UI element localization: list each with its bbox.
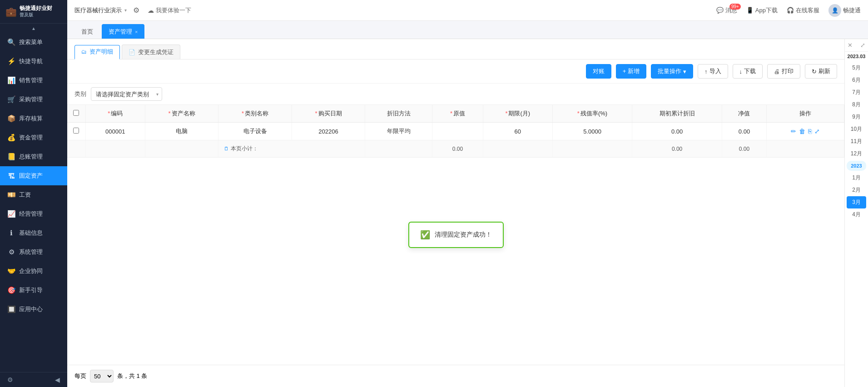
experience-btn[interactable]: ☁ 我要体验一下 [148, 6, 191, 15]
timeline-item-2023[interactable]: 2023 [847, 161, 866, 171]
notifications-btn[interactable]: 💬 消息 99+ [716, 6, 737, 15]
sidebar-icon-general_ledger: 📒 [7, 153, 15, 161]
sidebar-item-guide[interactable]: 🎯新手引导 [0, 281, 67, 300]
delete-icon[interactable]: 🗑 [799, 128, 805, 135]
sidebar-item-purchase[interactable]: 🛒采购管理 [0, 90, 67, 109]
sub-tab-change-voucher-label: 变更生成凭证 [138, 48, 174, 56]
print-button[interactable]: 🖨 打印 [767, 64, 800, 79]
page-content: 🗂 资产明细 📄 变更生成凭证 对账 + 新增 批量操作 ▾ [67, 39, 844, 387]
sub-tab-change-voucher[interactable]: 📄 变更生成凭证 [122, 45, 180, 59]
cell-purchase-date: 202206 [292, 123, 365, 140]
sidebar-item-payroll[interactable]: 💴工资 [0, 185, 67, 204]
sidebar-label-general_ledger: 总账管理 [19, 153, 43, 161]
sidebar-label-fixed_assets: 固定资产 [19, 172, 43, 180]
copy-icon[interactable]: ⎘ [808, 128, 812, 135]
sidebar-icon-basic_info: ℹ [7, 229, 15, 237]
tab-home[interactable]: 首页 [74, 24, 100, 39]
subtotal-label: 🗒 本页小计： [218, 140, 365, 158]
user-menu[interactable]: 👤 畅捷通 [828, 4, 861, 17]
asset-detail-icon: 🗂 [81, 49, 87, 55]
right-panel-close-icon[interactable]: ✕ [848, 42, 853, 49]
sidebar-collapse-icon[interactable]: ◀ [55, 376, 60, 383]
sidebar-item-operations[interactable]: 📈经营管理 [0, 204, 67, 223]
sidebar-item-enterprise[interactable]: 🤝企业协同 [0, 262, 67, 281]
right-panel-header: ✕ ⤢ [845, 39, 868, 52]
table-row: 000001 电脑 电子设备 202206 年限平均 60 5.0000 0.0… [67, 123, 844, 140]
sidebar-item-quick_nav[interactable]: ⚡快捷导航 [0, 52, 67, 71]
th-checkbox [67, 105, 85, 123]
sidebar-label-search: 搜索菜单 [19, 38, 43, 46]
sidebar-item-app_center[interactable]: 🔲应用中心 [0, 300, 67, 319]
timeline-item-12月[interactable]: 12月 [845, 148, 868, 160]
th-depreciation-method: 折旧方法 [365, 105, 432, 123]
cell-residual-rate: 5.0000 [552, 123, 632, 140]
tab-asset-close[interactable]: × [135, 29, 138, 35]
sidebar-item-fixed_assets[interactable]: 🏗固定资产 [0, 166, 67, 185]
toast-message: 清理固定资产成功！ [435, 231, 492, 239]
sidebar-label-system: 系统管理 [19, 248, 43, 256]
tab-asset-management[interactable]: 资产管理 × [102, 24, 144, 39]
timeline-item-4月[interactable]: 4月 [845, 208, 868, 221]
timeline-item-11月[interactable]: 11月 [845, 135, 868, 148]
cell-actions: ✏ 🗑 ⎘ ⤢ [766, 123, 844, 140]
download-label: 下载 [744, 67, 756, 75]
category-filter-select[interactable]: 请选择固定资产类别 电子设备 办公设备 机械设备 运输工具 [91, 87, 162, 101]
timeline-item-7月[interactable]: 7月 [845, 86, 868, 99]
batch-button[interactable]: 批量操作 ▾ [651, 64, 693, 79]
success-toast: ✅ 清理固定资产成功！ [408, 222, 504, 248]
timeline-item-8月[interactable]: 8月 [845, 99, 868, 111]
company-selector[interactable]: 医疗器械行业演示 ▾ [74, 6, 127, 15]
app-download-btn[interactable]: 📱 App下载 [746, 6, 778, 15]
reconcile-button[interactable]: 对账 [586, 64, 611, 79]
select-all-checkbox[interactable] [73, 110, 79, 116]
print-label: 打印 [782, 67, 794, 75]
category-filter-wrap: 请选择固定资产类别 电子设备 办公设备 机械设备 运输工具 ▾ [91, 87, 162, 101]
toast-overlay: ✅ 清理固定资产成功！ [408, 222, 504, 248]
more-icon[interactable]: ⤢ [814, 128, 820, 135]
timeline-item-6月[interactable]: 6月 [845, 74, 868, 86]
cell-net-value: 0.00 [722, 123, 767, 140]
th-purchase-date: *购买日期 [292, 105, 365, 123]
new-button[interactable]: + 新增 [616, 64, 646, 79]
subtotal-initial: 0.00 [632, 140, 722, 158]
batch-label: 批量操作 [658, 67, 681, 75]
content-area: 🗂 资产明细 📄 变更生成凭证 对账 + 新增 批量操作 ▾ [67, 39, 868, 387]
refresh-icon: ↻ [812, 68, 817, 75]
refresh-button[interactable]: ↻ 刷新 [805, 64, 837, 79]
sidebar-item-system[interactable]: ⚙系统管理 [0, 243, 67, 262]
timeline-item-9月[interactable]: 9月 [845, 111, 868, 123]
timeline-item-10月[interactable]: 10月 [845, 123, 868, 135]
sub-tab-asset-detail[interactable]: 🗂 资产明细 [74, 45, 120, 60]
topbar-gear-icon[interactable]: ⚙ [133, 6, 139, 15]
sidebar-item-general_ledger[interactable]: 📒总账管理 [0, 147, 67, 166]
sidebar-label-sales: 销售管理 [19, 76, 43, 84]
timeline-item-3月[interactable]: 3月 [847, 196, 866, 208]
sidebar-item-basic_info[interactable]: ℹ基础信息 [0, 223, 67, 243]
timeline: 5月6月7月8月9月10月11月12月20231月2月3月4月 [845, 60, 868, 387]
right-panel-expand-icon[interactable]: ⤢ [860, 42, 865, 49]
per-page-select[interactable]: 50 10 20 100 [90, 370, 114, 382]
sidebar-icon-enterprise: 🤝 [7, 267, 15, 275]
tab-asset-label: 资产管理 [109, 28, 132, 36]
timeline-item-5月[interactable]: 5月 [845, 62, 868, 74]
sidebar-icon-search: 🔍 [7, 38, 15, 46]
sidebar-icon-guide: 🎯 [7, 286, 15, 294]
sidebar-scroll-up[interactable]: ▲ [0, 24, 67, 33]
row-checkbox-0[interactable] [73, 128, 79, 134]
sidebar-item-inventory[interactable]: 📦库存核算 [0, 109, 67, 128]
download-button[interactable]: ↓ 下载 [733, 64, 763, 79]
sidebar-item-search[interactable]: 🔍搜索菜单 [0, 33, 67, 52]
experience-text: 我要体验一下 [156, 6, 191, 15]
timeline-item-1月[interactable]: 1月 [845, 172, 868, 184]
sidebar-item-funds[interactable]: 💰资金管理 [0, 128, 67, 147]
sidebar-label-enterprise: 企业协同 [19, 267, 43, 275]
edit-icon[interactable]: ✏ [791, 128, 796, 135]
online-service-btn[interactable]: 🎧 在线客服 [787, 6, 819, 15]
timeline-item-2月[interactable]: 2月 [845, 184, 868, 196]
export-button[interactable]: ↑ 导入 [698, 64, 728, 79]
sidebar-icon-operations: 📈 [7, 210, 15, 218]
sidebar-settings-icon[interactable]: ⚙ [7, 376, 13, 383]
sidebar-item-sales[interactable]: 📊销售管理 [0, 71, 67, 90]
tabbar: 首页 资产管理 × [67, 21, 868, 39]
download-icon: ↓ [739, 68, 743, 75]
